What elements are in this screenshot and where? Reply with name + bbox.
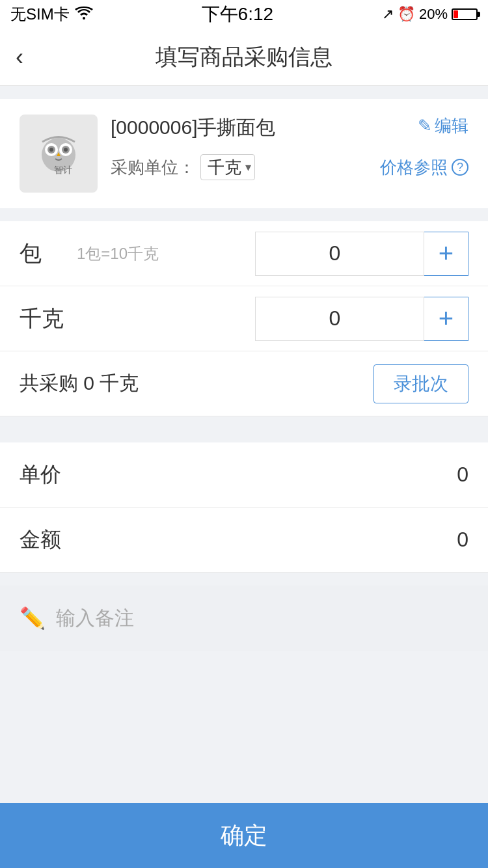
record-batch-button[interactable]: 录批次 <box>373 364 468 403</box>
status-time: 下午6:12 <box>202 2 274 27</box>
edit-button[interactable]: ✎ 编辑 <box>418 115 468 137</box>
separator-2 <box>0 416 488 429</box>
product-name: [0000006]手撕面包 <box>111 115 275 141</box>
carrier-label: 无SIM卡 <box>10 4 70 25</box>
product-logo: 智计 <box>36 129 81 178</box>
wifi-icon <box>75 5 93 23</box>
product-info: [0000006]手撕面包 ✎ 编辑 采购单位： 千克 价格参照 ? <box>111 115 468 180</box>
status-left: 无SIM卡 <box>10 4 93 25</box>
kg-plus-button[interactable]: + <box>424 297 468 341</box>
edit-icon: ✎ <box>418 116 432 136</box>
bag-label: 包 <box>20 239 72 269</box>
help-icon: ? <box>452 159 468 176</box>
back-button[interactable]: ‹ <box>16 44 23 71</box>
product-thumbnail: 智计 <box>20 115 98 193</box>
nav-bar: ‹ 填写商品采购信息 <box>0 29 488 86</box>
amount-row: 金额 0 <box>0 508 488 573</box>
page-title: 填写商品采购信息 <box>156 42 332 72</box>
confirm-bar[interactable]: 确定 <box>0 803 488 868</box>
input-section: 包 1包=10千克 + 千克 + <box>0 221 488 351</box>
kg-label: 千克 <box>20 304 72 334</box>
svg-text:智计: 智计 <box>54 165 72 174</box>
unit-price-label: 单价 <box>20 461 457 489</box>
notes-placeholder: 输入备注 <box>56 605 134 632</box>
alarm-icon: ⏰ <box>398 6 415 23</box>
kg-input[interactable] <box>255 297 424 341</box>
unit-price-row: 单价 0 <box>0 442 488 508</box>
kg-input-row: 千克 + <box>0 286 488 351</box>
status-right: ↗ ⏰ 20% <box>382 6 478 23</box>
svg-point-5 <box>49 148 53 152</box>
bag-input-row: 包 1包=10千克 + <box>0 221 488 286</box>
bag-hint: 1包=10千克 <box>77 243 255 264</box>
battery-percent: 20% <box>419 6 448 23</box>
price-section: 单价 0 金额 0 <box>0 442 488 573</box>
bag-plus-button[interactable]: + <box>424 232 468 276</box>
price-ref-button[interactable]: 价格参照 ? <box>380 156 468 179</box>
summary-label: 共采购 0 千克 <box>20 370 139 397</box>
kg-input-control: + <box>255 297 468 341</box>
unit-select[interactable]: 千克 <box>200 154 255 180</box>
confirm-button[interactable]: 确定 <box>221 820 267 852</box>
amount-label: 金额 <box>20 526 457 554</box>
separator-1 <box>0 208 488 221</box>
pencil-icon: ✏️ <box>20 606 46 631</box>
unit-price-value: 0 <box>457 463 468 487</box>
battery-icon <box>452 8 478 20</box>
location-icon: ↗ <box>382 6 394 23</box>
bag-input-control: + <box>255 232 468 276</box>
bag-input[interactable] <box>255 232 424 276</box>
summary-row: 共采购 0 千克 录批次 <box>0 351 488 416</box>
status-bar: 无SIM卡 下午6:12 ↗ ⏰ 20% <box>0 0 488 29</box>
notes-section[interactable]: ✏️ 输入备注 <box>0 586 488 651</box>
unit-label: 采购单位： <box>111 156 195 179</box>
amount-value: 0 <box>457 528 468 552</box>
unit-select-wrap[interactable]: 千克 <box>200 154 255 180</box>
product-card: 智计 [0000006]手撕面包 ✎ 编辑 采购单位： 千克 价格参照 <box>0 99 488 208</box>
content-spacer <box>0 651 488 781</box>
svg-point-6 <box>64 148 68 152</box>
